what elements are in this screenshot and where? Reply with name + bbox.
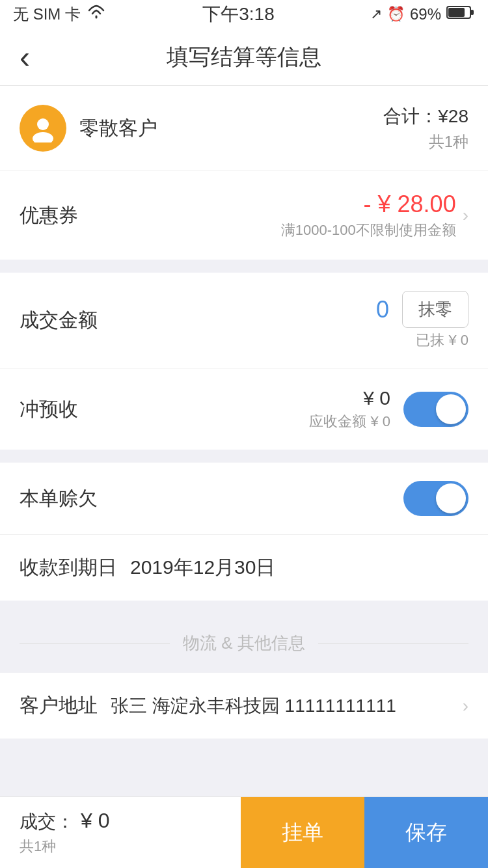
status-bar: 无 SIM 卡 下午3:18 ↗ ⏰ 69% — [0, 0, 488, 29]
due-date-value: 2019年12月30日 — [130, 554, 275, 581]
credit-row: 本单赊欠 — [0, 463, 488, 534]
deal-amount-right: 0 抹零 已抹 ¥ 0 — [363, 291, 468, 350]
customer-right: 合计：¥28 共1种 — [383, 104, 468, 152]
round-up-button[interactable]: 抹零 — [402, 291, 468, 328]
prepayment-amount: ¥ 0 — [309, 387, 390, 409]
bottom-deal-label: 成交： — [20, 809, 74, 834]
nav-bar: ‹ 填写结算等信息 — [0, 29, 488, 86]
location-icon: ↗ — [370, 6, 382, 23]
coupon-chevron-icon: › — [463, 205, 468, 226]
svg-point-3 — [37, 118, 49, 130]
customer-count: 共1种 — [383, 131, 468, 152]
logistics-divider: 物流 & 其他信息 — [0, 614, 488, 673]
status-right: ↗ ⏰ 69% — [370, 5, 475, 24]
deal-amount-label: 成交金额 — [20, 307, 98, 334]
due-date-label: 收款到期日 — [20, 554, 117, 581]
bottom-count: 共1种 — [20, 837, 221, 856]
coupon-right-inner: - ¥ 28.00 满1000-100不限制使用金额 — [281, 191, 456, 240]
deal-amount-sub: 已抹 ¥ 0 — [363, 331, 468, 350]
coupon-amount: - ¥ 28.00 — [281, 191, 456, 218]
address-value: 张三 海淀永丰科技园 11111111111 — [111, 694, 463, 718]
customer-name: 零散客户 — [79, 115, 157, 142]
logistics-label: 物流 & 其他信息 — [183, 632, 305, 655]
customer-left: 零散客户 — [20, 105, 157, 152]
logistics-line: 物流 & 其他信息 — [20, 632, 468, 655]
deal-amount-row: 成交金额 0 抹零 已抹 ¥ 0 — [0, 273, 488, 369]
coupon-desc: 满1000-100不限制使用金额 — [281, 221, 456, 240]
svg-rect-2 — [448, 8, 465, 17]
prepayment-toggle[interactable] — [403, 392, 468, 427]
prepayment-right: ¥ 0 应收金额 ¥ 0 — [309, 387, 468, 431]
prepayment-right-inner: ¥ 0 应收金额 ¥ 0 — [309, 387, 390, 431]
address-row[interactable]: 客户地址 张三 海淀永丰科技园 11111111111 › — [0, 673, 488, 739]
page-title: 填写结算等信息 — [167, 42, 321, 72]
alarm-icon: ⏰ — [387, 6, 405, 23]
battery-icon — [446, 5, 475, 24]
deal-amount-value[interactable]: 0 — [363, 296, 389, 323]
content: 零散客户 合计：¥28 共1种 优惠券 - ¥ 28.00 满1000-100不… — [0, 86, 488, 830]
due-date-row: 收款到期日 2019年12月30日 — [0, 534, 488, 601]
toggle-knob — [436, 394, 466, 424]
credit-toggle[interactable] — [403, 481, 468, 516]
customer-row: 零散客户 合计：¥28 共1种 — [0, 86, 488, 170]
status-left: 无 SIM 卡 — [13, 4, 107, 25]
coupon-right: - ¥ 28.00 满1000-100不限制使用金额 › — [281, 191, 468, 240]
coupon-row[interactable]: 优惠券 - ¥ 28.00 满1000-100不限制使用金额 › — [0, 170, 488, 260]
customer-total: 合计：¥28 — [383, 104, 468, 129]
sim-status: 无 SIM 卡 — [13, 4, 81, 25]
prepayment-row: 冲预收 ¥ 0 应收金额 ¥ 0 — [0, 369, 488, 450]
customer-avatar — [20, 105, 66, 152]
coupon-label: 优惠券 — [20, 202, 78, 229]
address-label: 客户地址 — [20, 692, 98, 719]
svg-point-4 — [33, 132, 53, 142]
credit-label: 本单赊欠 — [20, 485, 98, 512]
customer-card: 零散客户 合计：¥28 共1种 优惠券 - ¥ 28.00 满1000-100不… — [0, 86, 488, 260]
svg-rect-1 — [470, 10, 474, 15]
credit-toggle-knob — [436, 483, 466, 513]
prepayment-label: 冲预收 — [20, 396, 78, 423]
back-button[interactable]: ‹ — [20, 39, 30, 75]
bottom-deal-amount: ¥ 0 — [81, 809, 109, 833]
bottom-bar: 成交： ¥ 0 共1种 挂单 保存 — [0, 796, 488, 868]
hang-button[interactable]: 挂单 — [241, 797, 364, 869]
battery-text: 69% — [410, 5, 441, 23]
credit-card: 本单赊欠 收款到期日 2019年12月30日 — [0, 463, 488, 601]
prepayment-sub: 应收金额 ¥ 0 — [309, 412, 390, 431]
address-card: 客户地址 张三 海淀永丰科技园 11111111111 › — [0, 673, 488, 739]
status-time: 下午3:18 — [202, 2, 275, 27]
deal-card: 成交金额 0 抹零 已抹 ¥ 0 冲预收 ¥ 0 应收金额 ¥ 0 — [0, 273, 488, 450]
save-button[interactable]: 保存 — [364, 797, 488, 869]
bottom-summary: 成交： ¥ 0 共1种 — [0, 809, 241, 856]
wifi-icon — [86, 5, 107, 24]
bottom-deal-row: 成交： ¥ 0 — [20, 809, 221, 834]
address-chevron-icon: › — [463, 696, 468, 716]
